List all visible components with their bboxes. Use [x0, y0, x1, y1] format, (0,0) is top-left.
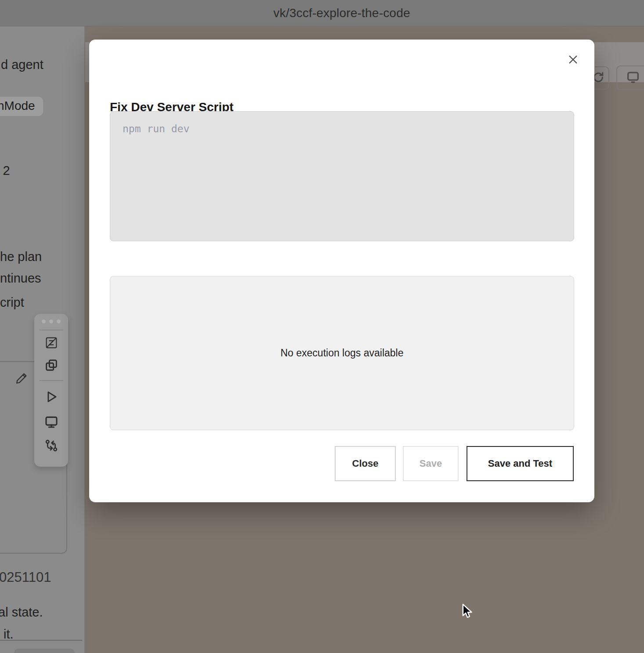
script-input[interactable]	[110, 111, 574, 241]
fix-dev-server-dialog: Fix Dev Server Script Script (edit) Last…	[89, 40, 594, 502]
save-and-test-button[interactable]: Save and Test	[467, 446, 574, 481]
close-button[interactable]: Close	[335, 446, 396, 481]
close-dialog-button[interactable]	[562, 49, 584, 71]
x-icon	[567, 54, 579, 67]
logs-empty-message: No execution logs available	[280, 347, 403, 359]
execution-logs-panel: No execution logs available	[110, 276, 574, 430]
save-button[interactable]: Save	[403, 446, 459, 481]
